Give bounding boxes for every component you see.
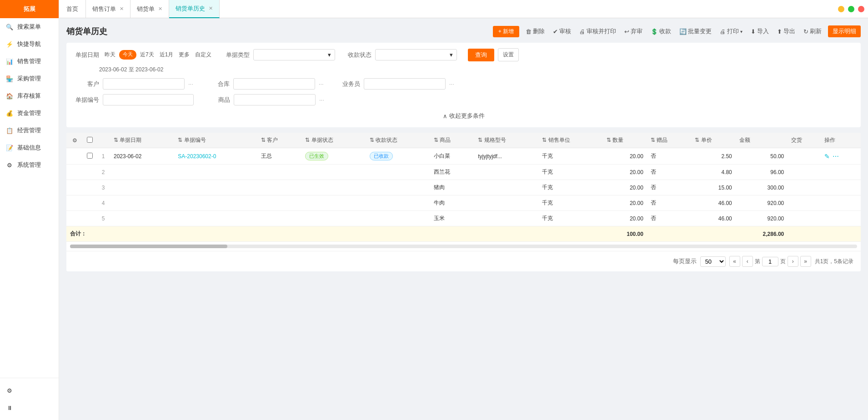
- new-button[interactable]: + 新增: [493, 26, 519, 37]
- cell-unit-3: 千克: [538, 195, 602, 211]
- col-doc-no[interactable]: ⇅ 单据编号: [174, 133, 257, 148]
- more-icon[interactable]: ⋯: [833, 153, 839, 160]
- col-payment-status[interactable]: ⇅ 收款状态: [366, 133, 430, 148]
- sidebar-item-sys-mgmt[interactable]: ⚙系统管理: [0, 156, 59, 174]
- sales-mgmt-icon: 📊: [5, 57, 14, 65]
- col-spec[interactable]: ⇅ 规格型号: [474, 133, 538, 148]
- sidebar-item-sales-mgmt[interactable]: 📊销售管理: [0, 53, 59, 70]
- tab-close-sales-goods[interactable]: ✕: [158, 6, 162, 12]
- cell-docstatus-1: [301, 165, 366, 180]
- settings-button[interactable]: 设置: [498, 48, 519, 61]
- page-prev-btn[interactable]: ‹: [742, 256, 753, 267]
- col-goods[interactable]: ⇅ 商品: [430, 133, 474, 148]
- per-page-select[interactable]: 50 100 200: [700, 256, 726, 267]
- shortcut-yesterday[interactable]: 昨天: [103, 50, 117, 60]
- base-info-icon: 📝: [5, 144, 14, 152]
- abandon-button[interactable]: ↩ 弃审: [622, 26, 644, 36]
- tab-label-sales-goods: 销货单: [137, 5, 155, 13]
- shortcut-more[interactable]: 更多: [177, 50, 191, 60]
- summary-empty7: [474, 226, 538, 242]
- import-button[interactable]: ⬇ 导入: [749, 26, 771, 36]
- summary-empty11: [788, 226, 861, 242]
- col-date[interactable]: ⇅ 单据日期: [110, 133, 174, 148]
- staff-input[interactable]: [364, 78, 446, 90]
- staff-dots[interactable]: ···: [449, 80, 454, 87]
- window-minimize[interactable]: [838, 6, 844, 12]
- tab-sales-order[interactable]: 销售订单✕: [86, 0, 130, 18]
- sidebar-item-search-menu[interactable]: 🔍搜索菜单: [0, 18, 59, 35]
- page-number-input[interactable]: [762, 257, 778, 266]
- row-checkbox-0[interactable]: [87, 153, 93, 159]
- col-qty[interactable]: ⇅ 数量: [603, 133, 647, 148]
- filter-payment-status: 收款状态 ▾: [346, 49, 457, 60]
- sidebar-item-pause[interactable]: ⏸: [0, 399, 59, 416]
- doc-type-select[interactable]: ▾: [253, 49, 335, 60]
- filter-collapse-btn[interactable]: ∧ 收起更多条件: [74, 110, 853, 122]
- action-icons: ✎⋯: [824, 153, 857, 160]
- collect-button[interactable]: 💲 收款: [649, 26, 673, 36]
- collect-icon: 💲: [651, 28, 658, 35]
- tab-sales-history[interactable]: 销货单历史✕: [169, 0, 220, 18]
- col-unit[interactable]: ⇅ 销售单位: [538, 133, 602, 148]
- tab-close-sales-history[interactable]: ✕: [209, 5, 213, 11]
- sidebar-item-base-info[interactable]: 📝基础信息: [0, 139, 59, 156]
- cell-actions-3: [821, 195, 861, 211]
- cell-goods-1: 西兰花: [430, 165, 474, 180]
- col-amount: 金额: [736, 133, 788, 148]
- display-detail-button[interactable]: 显示明细: [828, 25, 861, 37]
- refresh-button[interactable]: ↻ 刷新: [802, 26, 823, 36]
- page-first-btn[interactable]: «: [729, 256, 740, 267]
- col-doc-status[interactable]: ⇅ 单据状态: [301, 133, 366, 148]
- batch-change-button[interactable]: 🔄 批量变更: [677, 26, 713, 36]
- cell-spec-0: tyjyjtyjdf...: [474, 148, 538, 165]
- query-button[interactable]: 查询: [468, 49, 494, 61]
- warehouse-dots[interactable]: ···: [319, 80, 324, 87]
- col-settings[interactable]: ⚙: [66, 133, 83, 148]
- customer-input[interactable]: [103, 78, 185, 90]
- payment-status-select[interactable]: ▾: [375, 49, 457, 60]
- shortcut-custom[interactable]: 自定义: [193, 50, 213, 60]
- sidebar-item-settings-bottom[interactable]: ⚙: [0, 382, 59, 399]
- col-index: [96, 133, 110, 148]
- shortcut-1month[interactable]: 近1月: [158, 50, 176, 60]
- cell-actions-1: [821, 165, 861, 180]
- horizontal-scrollbar[interactable]: [66, 242, 861, 251]
- col-gift[interactable]: ⇅ 赠品: [647, 133, 691, 148]
- col-customer[interactable]: ⇅ 客户: [257, 133, 301, 148]
- window-maximize[interactable]: [848, 6, 854, 12]
- cell-unit-1: 千克: [538, 165, 602, 180]
- delete-button[interactable]: 🗑 删除: [524, 26, 547, 36]
- page-last-btn[interactable]: »: [800, 256, 811, 267]
- date-range-text: 2023-06-02 至 2023-06-02: [99, 66, 163, 73]
- content-wrapper: 销货单历史 + 新增 🗑 删除 ✔ 审核 🖨 审核并打印: [59, 18, 868, 420]
- audit-print-button[interactable]: 🖨 审核并打印: [577, 26, 618, 36]
- goods-dots[interactable]: ···: [319, 96, 324, 103]
- edit-icon[interactable]: ✎: [824, 153, 830, 160]
- audit-button[interactable]: ✔ 审核: [551, 26, 573, 36]
- sidebar-item-operations[interactable]: 📋经营管理: [0, 122, 59, 139]
- cell-docno-2: [174, 180, 257, 195]
- sidebar-item-purchase-mgmt[interactable]: 🏪采购管理: [0, 70, 59, 87]
- export-button[interactable]: ⬆ 导出: [775, 26, 797, 36]
- select-all-checkbox[interactable]: [87, 137, 93, 143]
- col-price[interactable]: ⇅ 单价: [691, 133, 735, 148]
- page-next-btn[interactable]: ›: [788, 256, 798, 267]
- sidebar-item-inventory[interactable]: 🏠库存核算: [0, 87, 59, 105]
- window-close[interactable]: [858, 6, 864, 12]
- shortcut-7days[interactable]: 近7天: [138, 50, 156, 60]
- tab-home[interactable]: 首页: [59, 0, 86, 18]
- cell-amount-1: 96.00: [736, 165, 788, 180]
- sidebar-item-quick-nav[interactable]: ⚡快捷导航: [0, 35, 59, 53]
- doc-no-input[interactable]: [103, 94, 194, 105]
- goods-input[interactable]: [234, 94, 316, 105]
- tab-sales-goods[interactable]: 销货单✕: [130, 0, 169, 18]
- tab-close-sales-order[interactable]: ✕: [120, 6, 124, 12]
- shortcut-today[interactable]: 今天: [119, 50, 136, 60]
- print-button[interactable]: 🖨 打印 ▾: [718, 26, 744, 36]
- sidebar-item-finance[interactable]: 💰资金管理: [0, 105, 59, 122]
- toolbar: + 新增 🗑 删除 ✔ 审核 🖨 审核并打印 ↩: [493, 25, 861, 37]
- pagination-bar: 每页显示 50 100 200 « ‹ 第 页 › »: [66, 251, 861, 271]
- filter-row-2: 客户 ··· 合库 ··· 业务员 ···: [74, 78, 853, 90]
- warehouse-input[interactable]: [233, 78, 315, 90]
- customer-dots[interactable]: ···: [188, 80, 193, 87]
